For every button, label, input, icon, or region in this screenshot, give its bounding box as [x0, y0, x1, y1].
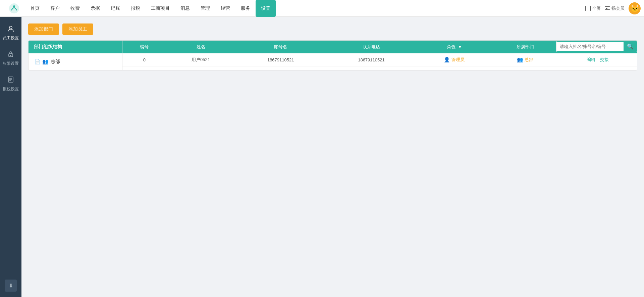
nav-settings[interactable]: 设置	[256, 0, 276, 17]
nav-service[interactable]: 服务	[235, 0, 256, 17]
vip-button[interactable]: ▶ 畅会员	[605, 5, 625, 11]
cell-dept: 👥 总部	[492, 53, 558, 66]
nav-message[interactable]: 消息	[175, 0, 195, 17]
svg-point-1	[13, 5, 15, 7]
permission-icon	[7, 50, 14, 59]
nav-operation[interactable]: 经营	[215, 0, 235, 17]
fullscreen-icon	[585, 6, 591, 11]
dept-user-icon-cell: 👥	[517, 57, 523, 63]
add-dept-button[interactable]: 添加部门	[28, 23, 59, 35]
cell-operations: 编辑 交接	[558, 53, 637, 66]
svg-point-4	[10, 55, 11, 56]
cell-account: 18679110521	[235, 53, 326, 66]
dept-group-icon: 👥	[42, 59, 49, 65]
sidebar-item-employee[interactable]: 员工设置	[0, 20, 21, 46]
col-dept: 所属部门	[492, 41, 558, 53]
sidebar-scroll-button[interactable]: ⬇	[5, 280, 17, 292]
col-id: 编号	[122, 41, 166, 53]
user-avatar[interactable]: 🐱	[629, 2, 641, 14]
table-row: 0 用户0521 18679110521 18679110521 👤 管理员	[122, 53, 637, 66]
search-input[interactable]	[556, 42, 624, 51]
col-role: 角色 ▼	[417, 41, 492, 53]
vip-icon: ▶	[605, 6, 610, 10]
dept-tree-body: 📄 👥 总部	[29, 53, 122, 70]
dept-tree-header: 部门组织结构	[29, 41, 122, 53]
avatar-icon: 🐱	[630, 4, 639, 13]
dept-tree: 部门组织结构 📄 👥 总部	[29, 41, 122, 70]
add-employee-button[interactable]: 添加员工	[62, 23, 93, 35]
nav-fee[interactable]: 收费	[65, 0, 85, 17]
dept-tree-item-general[interactable]: 📄 👥 总部	[32, 57, 119, 67]
search-icon: 🔍	[627, 44, 634, 49]
col-name: 姓名	[166, 41, 235, 53]
download-icon: ⬇	[9, 283, 13, 289]
top-navigation: 首页 客户 收费 票据 记账 报税 工商项目 消息 管理 经营 服务 设置 全屏…	[0, 0, 644, 17]
nav-items: 首页 客户 收费 票据 记账 报税 工商项目 消息 管理 经营 服务 设置	[25, 0, 585, 17]
cell-role: 👤 管理员	[417, 53, 492, 66]
sidebar-label-permission: 权限设置	[3, 61, 19, 66]
sidebar-item-tax-settings[interactable]: 报税设置	[0, 71, 21, 97]
col-phone: 联系电话	[326, 41, 417, 53]
action-bar: 添加部门 添加员工	[28, 23, 637, 35]
cell-name: 用户0521	[166, 53, 235, 66]
nav-bookkeeping[interactable]: 记账	[105, 0, 125, 17]
sidebar-bottom: ⬇	[0, 280, 21, 297]
dept-file-icon: 📄	[35, 59, 40, 64]
handover-button[interactable]: 交接	[600, 57, 609, 62]
nav-home[interactable]: 首页	[25, 0, 45, 17]
fullscreen-button[interactable]: 全屏	[585, 5, 601, 11]
cell-id: 0	[122, 53, 166, 66]
svg-point-0	[9, 3, 19, 13]
svg-point-2	[9, 26, 12, 29]
nav-business[interactable]: 工商项目	[146, 0, 175, 17]
sidebar-label-tax-settings: 报税设置	[3, 86, 19, 92]
sidebar-item-permission[interactable]: 权限设置	[0, 46, 21, 71]
col-account: 账号名	[235, 41, 326, 53]
edit-button[interactable]: 编辑	[587, 57, 595, 62]
main-content: 添加部门 添加员工 🔍 部门组织结构 📄 👥 总部	[21, 17, 644, 297]
cell-phone: 18679110521	[326, 53, 417, 66]
nav-ticket[interactable]: 票据	[85, 0, 105, 17]
role-user-icon: 👤	[444, 57, 450, 63]
search-button[interactable]: 🔍	[624, 41, 637, 52]
dept-item-label: 总部	[51, 59, 60, 65]
left-sidebar: 员工设置 权限设置 报税设置 ⬇	[0, 17, 21, 297]
tax-settings-icon	[7, 76, 14, 85]
nav-tax[interactable]: 报税	[125, 0, 146, 17]
nav-customer[interactable]: 客户	[45, 0, 65, 17]
sidebar-label-employee: 员工设置	[3, 35, 19, 41]
app-logo	[3, 3, 25, 14]
nav-manage[interactable]: 管理	[195, 0, 215, 17]
search-bar: 🔍	[556, 41, 637, 52]
employee-icon	[7, 25, 14, 34]
nav-right: 全屏 ▶ 畅会员 🐱	[585, 2, 641, 14]
content-area: 部门组织结构 📄 👥 总部 编号 姓名 账号名 联系电话	[28, 40, 637, 70]
role-filter-icon[interactable]: ▼	[458, 45, 462, 49]
